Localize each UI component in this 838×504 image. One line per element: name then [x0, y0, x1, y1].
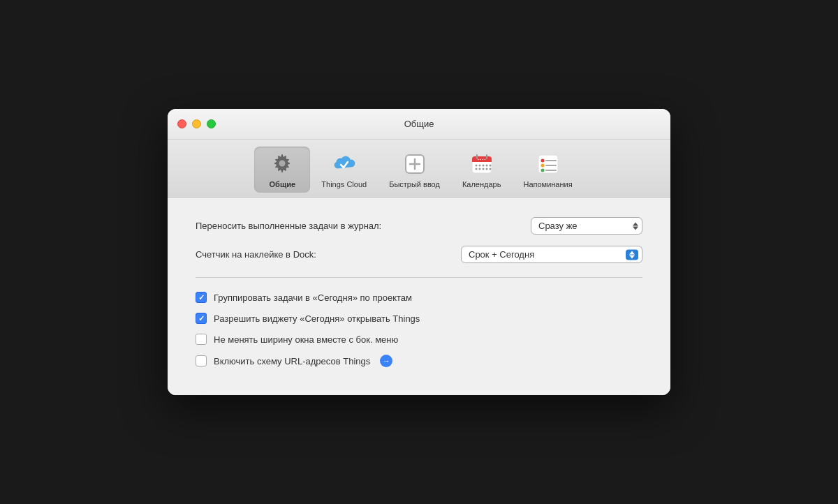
tab-quick-entry-label: Быстрый ввод	[389, 180, 440, 188]
log-tasks-select-wrapper: Сразу жеЧерез деньЧерез неделюВручную	[531, 217, 642, 235]
badge-counter-label: Счетчик на наклейке в Dock:	[196, 249, 316, 260]
log-tasks-select[interactable]: Сразу жеЧерез деньЧерез неделюВручную	[531, 217, 642, 235]
svg-point-17	[478, 168, 480, 170]
svg-point-13	[482, 165, 484, 167]
svg-point-11	[475, 165, 477, 167]
checkboxes-section: ✓ Группировать задачи в «Сегодня» по про…	[196, 292, 642, 367]
url-scheme-info-link[interactable]: →	[380, 355, 392, 367]
svg-point-19	[485, 168, 487, 170]
checkbox-group-today-label: Группировать задачи в «Сегодня» по проек…	[214, 292, 412, 303]
svg-point-14	[485, 165, 487, 167]
tab-general[interactable]: Общие	[254, 147, 310, 193]
tab-things-cloud[interactable]: Things Cloud	[310, 147, 378, 193]
cloud-check-icon	[331, 151, 358, 177]
svg-point-12	[478, 165, 480, 167]
checkbox-row-widget-today: ✓ Разрешить виджету «Сегодня» открывать …	[196, 313, 642, 324]
checkbox-row-no-resize: Не менять ширину окна вместе с бок. меню	[196, 334, 642, 345]
checkbox-group-today[interactable]: ✓	[196, 292, 207, 303]
checkmark-icon: ✓	[198, 294, 205, 302]
svg-text:▪ ▪ ▪ ▪: ▪ ▪ ▪ ▪	[478, 157, 485, 161]
log-tasks-row: Переносить выполненные задачи в журнал: …	[196, 217, 642, 235]
content-area: Переносить выполненные задачи в журнал: …	[168, 198, 670, 395]
preferences-window: Общие Общие Things Cloud	[168, 109, 670, 395]
checkbox-widget-today-label: Разрешить виджету «Сегодня» открывать Th…	[214, 313, 420, 324]
badge-counter-row: Счетчик на наклейке в Dock: Срок + Сегод…	[196, 246, 642, 263]
checkbox-no-resize-label: Не менять ширину окна вместе с бок. меню	[214, 334, 398, 345]
svg-point-1	[279, 161, 286, 167]
checkbox-widget-today[interactable]: ✓	[196, 313, 207, 324]
tab-reminders[interactable]: Напоминания	[512, 147, 583, 193]
window-title: Общие	[404, 119, 434, 129]
gear-icon	[269, 151, 295, 177]
badge-counter-select[interactable]: Срок + СегодняТолько сегодняТолько срокН…	[461, 246, 642, 263]
separator	[196, 277, 642, 278]
svg-point-24	[541, 164, 544, 168]
tab-calendar-label: Календарь	[462, 180, 501, 188]
svg-point-16	[475, 168, 477, 170]
checkbox-url-scheme-label: Включить схему URL-адресов Things	[214, 356, 370, 366]
checkbox-row-url-scheme: Включить схему URL-адресов Things →	[196, 355, 642, 367]
svg-point-20	[489, 168, 491, 170]
tab-reminders-label: Напоминания	[523, 180, 572, 188]
tab-calendar[interactable]: ▪ ▪ ▪ ▪ Календарь	[451, 147, 513, 193]
tab-general-label: Общие	[270, 180, 296, 188]
svg-point-26	[541, 169, 544, 172]
close-button[interactable]	[177, 119, 186, 128]
svg-point-15	[489, 165, 491, 167]
badge-counter-select-wrapper: Срок + СегодняТолько сегодняТолько срокН…	[461, 246, 642, 263]
tab-quick-entry[interactable]: Быстрый ввод	[378, 147, 451, 193]
calendar-icon: ▪ ▪ ▪ ▪	[469, 151, 495, 177]
traffic-lights	[177, 119, 216, 128]
plus-square-icon	[402, 151, 428, 177]
checkbox-url-scheme[interactable]	[196, 355, 207, 366]
toolbar: Общие Things Cloud Быстрый ввод	[168, 140, 670, 198]
checkbox-no-resize[interactable]	[196, 334, 207, 345]
svg-point-22	[541, 159, 544, 163]
checkbox-row-group-today: ✓ Группировать задачи в «Сегодня» по про…	[196, 292, 642, 303]
zoom-button[interactable]	[207, 119, 216, 128]
titlebar: Общие	[168, 109, 670, 140]
tab-things-cloud-label: Things Cloud	[321, 180, 367, 188]
minimize-button[interactable]	[192, 119, 201, 128]
log-tasks-label: Переносить выполненные задачи в журнал:	[196, 221, 381, 231]
checkmark-icon-2: ✓	[198, 315, 205, 323]
reminders-icon	[535, 151, 561, 177]
svg-point-18	[482, 168, 484, 170]
